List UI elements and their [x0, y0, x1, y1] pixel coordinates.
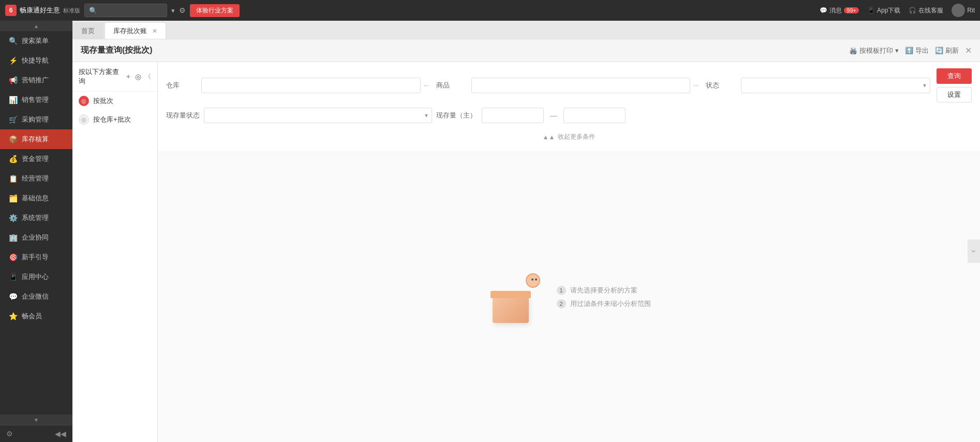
empty-tips: 1 请先选择要分析的方案 2 用过滤条件来缩小分析范围 [557, 286, 651, 308]
cart-icon: 🛒 [8, 115, 18, 124]
refresh-button[interactable]: 🔄 刷新 [935, 46, 959, 55]
sidebar-settings-icon[interactable]: ⚙ [6, 430, 13, 438]
try-industry-button[interactable]: 体验行业方案 [190, 4, 240, 17]
sidebar-item-marketing[interactable]: 📢 营销推广 [0, 70, 72, 90]
warehouse-filter-input[interactable] [201, 78, 421, 93]
collapse-filters-button[interactable]: ▲▲ 收起更多条件 [166, 128, 972, 145]
inv-main-filter-from[interactable] [482, 108, 544, 123]
warehouse-filter-label: 仓库 [166, 81, 197, 90]
sidebar-item-wechat[interactable]: 💬 企业微信 [0, 287, 72, 306]
message-label: 消息 [829, 6, 842, 15]
right-edge-area: › [968, 240, 980, 264]
user-name: Rit [967, 7, 975, 14]
export-button[interactable]: ⬆️ 导出 [905, 46, 929, 55]
tab-home[interactable]: 首页 [72, 22, 103, 39]
top-header: 6 畅康通好生意 标准版 🔍 ▾ ⚙ 体验行业方案 💬 消息 99+ 📱 App… [0, 0, 980, 21]
message-action[interactable]: 💬 消息 99+ [820, 6, 859, 15]
warehouse-more-icon[interactable]: ··· [421, 82, 432, 89]
sidebar-scroll-down[interactable]: ▼ [0, 415, 72, 425]
sidebar-bottom: ⚙ ◀◀ [0, 425, 72, 442]
app-download-action[interactable]: 📱 App下载 [867, 6, 900, 15]
empty-state: 1 请先选择要分析的方案 2 用过滤条件来缩小分析范围 [487, 271, 651, 323]
main-split: 按以下方案查询 ＋ ◎ 《 ◎ 按批次 ◎ 按仓库+批次 [72, 62, 980, 442]
right-panel: 仓库 ··· 商品 ··· 状态 [158, 62, 980, 442]
page-actions: 🖨️ 按模板打印 ▾ ⬆️ 导出 🔄 刷新 ✕ [849, 46, 972, 55]
filter-row-1: 仓库 ··· 商品 ··· 状态 [166, 68, 972, 102]
global-search[interactable]: 🔍 [84, 4, 167, 17]
company-name: 畅康通好生意 [20, 6, 60, 15]
sidebar-item-quick-nav[interactable]: ⚡ 快捷导航 [0, 51, 72, 70]
print-button[interactable]: 🖨️ 按模板打印 ▾ [849, 46, 899, 55]
left-panel: 按以下方案查询 ＋ ◎ 《 ◎ 按批次 ◎ 按仓库+批次 [72, 62, 158, 442]
scheme-batch[interactable]: ◎ 按批次 [72, 92, 157, 110]
sidebar-item-system[interactable]: ⚙️ 系统管理 [0, 208, 72, 228]
sidebar-item-member[interactable]: ⭐ 畅会员 [0, 306, 72, 326]
print-dropdown-icon[interactable]: ▾ [895, 47, 899, 54]
collapse-icon: ▲▲ [543, 134, 555, 141]
settings-button[interactable]: 设置 [937, 87, 972, 102]
scheme-warehouse-batch[interactable]: ◎ 按仓库+批次 [72, 110, 157, 129]
sidebar-item-inventory[interactable]: 📦 库存核算 [0, 129, 72, 149]
sidebar-item-app-center[interactable]: 📱 应用中心 [0, 267, 72, 287]
dropdown-icon[interactable]: ▾ [171, 7, 175, 14]
sidebar-item-operations[interactable]: 📋 经营管理 [0, 169, 72, 188]
search-input[interactable] [99, 7, 162, 14]
box-icon: 📦 [8, 135, 18, 144]
lightning-icon: ⚡ [8, 56, 18, 65]
empty-tip-1: 1 请先选择要分析的方案 [557, 286, 651, 295]
inv-status-filter-select[interactable] [204, 108, 432, 123]
filter-cell-warehouse: 仓库 ··· [166, 78, 432, 93]
user-area[interactable]: Rit [952, 4, 975, 17]
product-filter-label: 商品 [436, 81, 467, 90]
sidebar-item-label: 搜索菜单 [22, 36, 49, 46]
tab-close-icon[interactable]: ✕ [152, 27, 157, 35]
clipboard-icon: 📋 [8, 174, 18, 183]
sidebar-item-guide[interactable]: 🎯 新手引导 [0, 247, 72, 267]
product-filter-input[interactable] [471, 78, 691, 93]
tab-batch-account[interactable]: 库存批次账 ✕ [105, 22, 166, 39]
character-eye-left [535, 278, 537, 281]
customer-service-action[interactable]: 🎧 在线客服 [909, 6, 943, 15]
sidebar-item-sales[interactable]: 📊 销售管理 [0, 90, 72, 110]
filter-cell-inv-status: 现存量状态 [166, 108, 432, 123]
filter-cell-product: 商品 ··· [436, 78, 702, 93]
page-content: 现存量查询(按批次) 🖨️ 按模板打印 ▾ ⬆️ 导出 🔄 刷新 [72, 39, 980, 442]
sidebar-item-purchase[interactable]: 🛒 采购管理 [0, 110, 72, 129]
query-button[interactable]: 查询 [937, 68, 972, 84]
app-logo: 6 [5, 5, 17, 16]
sidebar-item-label: 库存核算 [22, 135, 49, 144]
scheme-inactive-icon: ◎ [79, 114, 89, 125]
scheme-batch-label: 按批次 [93, 96, 113, 106]
sidebar-item-basic[interactable]: 🗂️ 基础信息 [0, 188, 72, 208]
settings-icon[interactable]: ⚙ [179, 6, 186, 14]
sidebar-nav: 🔍 搜索菜单 ⚡ 快捷导航 📢 营销推广 📊 销售管理 🛒 采购管理 📦 [0, 31, 72, 415]
export-label: 导出 [915, 46, 929, 55]
left-panel-header: 按以下方案查询 ＋ ◎ 《 [72, 62, 157, 92]
sidebar-item-enterprise[interactable]: 🏢 企业协同 [0, 228, 72, 247]
empty-illustration [487, 271, 544, 323]
scheme-settings-icon[interactable]: ◎ [135, 72, 141, 81]
headset-icon: 🎧 [909, 7, 916, 14]
sidebar-item-finance[interactable]: 💰 资金管理 [0, 149, 72, 169]
close-panel-button[interactable]: ✕ [965, 46, 972, 55]
sidebar-collapse-icon[interactable]: ◀◀ [55, 430, 66, 438]
collapse-left-panel-icon[interactable]: 《 [144, 72, 151, 81]
print-icon: 🖨️ [849, 47, 857, 54]
product-more-icon[interactable]: ··· [690, 82, 702, 89]
money-icon: 💰 [8, 154, 18, 164]
inv-status-filter-label: 现存量状态 [166, 111, 200, 120]
sidebar: ▲ 🔍 搜索菜单 ⚡ 快捷导航 📢 营销推广 📊 销售管理 🛒 采购管理 [0, 21, 72, 442]
message-badge: 99+ [844, 7, 859, 13]
customer-service-label: 在线客服 [918, 6, 943, 15]
sidebar-scroll-up[interactable]: ▲ [0, 21, 72, 31]
sidebar-item-search[interactable]: 🔍 搜索菜单 [0, 31, 72, 51]
add-scheme-icon[interactable]: ＋ [125, 72, 132, 81]
sidebar-item-label: 销售管理 [22, 95, 49, 105]
logo-area: 6 畅康通好生意 标准版 [5, 5, 80, 16]
right-side-toggle[interactable]: › [968, 240, 980, 263]
inv-main-filter-to[interactable] [563, 108, 626, 123]
empty-tip-2: 2 用过滤条件来缩小分析范围 [557, 299, 651, 308]
status-filter-select[interactable] [741, 78, 930, 93]
tab-home-label: 首页 [81, 26, 95, 36]
filter-row-2: 现存量状态 现存量（主） — [166, 108, 972, 123]
